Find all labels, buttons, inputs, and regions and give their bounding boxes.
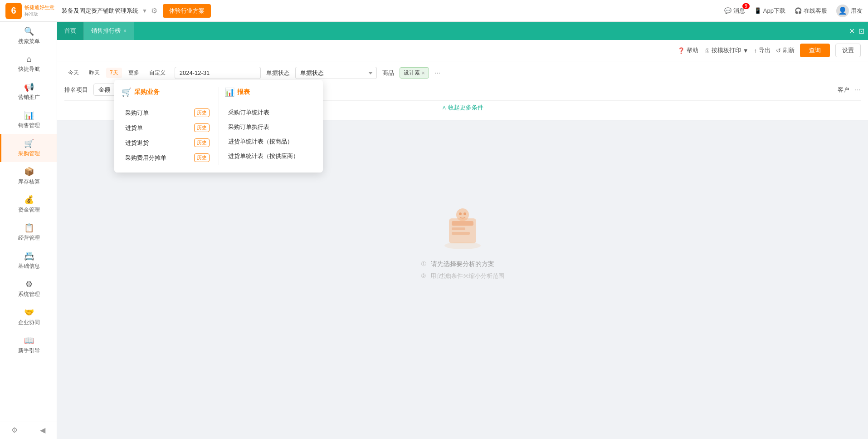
message-icon: 💬	[724, 7, 731, 14]
logo-line1: 畅捷通好生意	[24, 4, 54, 10]
industry-btn[interactable]: 体验行业方案	[163, 4, 211, 18]
sidebar-item-search[interactable]: 🔍 搜索菜单	[0, 22, 57, 50]
menu-item-badge: 历史	[194, 123, 210, 132]
home-icon: ⌂	[27, 54, 32, 64]
tab-bar: 首页 销售排行榜 × ✕ ⊡	[57, 22, 868, 40]
system-icon: ⚙	[25, 279, 33, 289]
top-bar: 6 畅捷通好生意 标准版 装备及固定资产辅助管理系统 ▼ ⚙ 体验行业方案 💬 …	[0, 0, 868, 22]
logo-area: 6 畅捷通好生意 标准版	[5, 3, 54, 19]
app-download-item[interactable]: 📱 App下载	[754, 7, 785, 15]
menu-item-purchase-return[interactable]: 进货退货 历史	[122, 135, 213, 150]
system-title: 装备及固定资产辅助管理系统	[62, 7, 138, 15]
main-layout: 🔍 搜索菜单 ⌂ 快捷导航 📢 营销推广 📊 销售管理 🛒 采购管理 📦	[0, 22, 868, 439]
print-btn[interactable]: 🖨 按模板打印 ▼	[704, 46, 749, 54]
sidebar-item-inventory[interactable]: 📦 库存核算	[0, 162, 57, 190]
goods-tag-text: 设计素	[404, 69, 420, 77]
date-btn-custom[interactable]: 自定义	[146, 68, 169, 78]
date-btn-yesterday[interactable]: 昨天	[85, 68, 103, 78]
refresh-icon: ↺	[776, 47, 781, 54]
menu-item-purchase-order[interactable]: 采购订单 历史	[122, 105, 213, 120]
date-btn-today[interactable]: 今天	[64, 68, 83, 78]
tab-restore-btn[interactable]: ⊡	[858, 27, 864, 35]
logo-icon: 6	[5, 3, 22, 19]
message-badge: 9	[742, 3, 750, 9]
menu-item-purchase-order-exec[interactable]: 采购订单执行表	[224, 120, 316, 134]
cooperation-icon: 🤝	[24, 307, 34, 317]
tab-close-icon[interactable]: ×	[123, 28, 127, 34]
logo-line2: 标准版	[24, 11, 54, 17]
inventory-icon: 📦	[24, 167, 34, 177]
filter-row-1: 今天 昨天 7天 更多 自定义 单据状态 单据状态	[64, 67, 861, 79]
query-btn[interactable]: 查询	[800, 44, 830, 57]
menu-item-badge: 历史	[194, 153, 210, 162]
settings-btn[interactable]: 设置	[835, 44, 861, 57]
goods-tag: 设计素 ×	[400, 67, 429, 79]
menu-item-purchase-expense[interactable]: 采购费用分摊单 历史	[122, 150, 213, 165]
sidebar: 🔍 搜索菜单 ⌂ 快捷导航 📢 营销推广 📊 销售管理 🛒 采购管理 📦	[0, 22, 57, 439]
logo-text-block: 畅捷通好生意 标准版	[24, 4, 54, 17]
menu-item-label: 进货退货	[125, 139, 149, 147]
menu-item-receipt-stat-goods[interactable]: 进货单统计表（按商品）	[224, 134, 316, 149]
goods-filter-more[interactable]: ···	[434, 69, 440, 77]
sidebar-item-finance[interactable]: 💰 资金管理	[0, 190, 57, 218]
guide-icon: 📖	[24, 335, 34, 345]
online-service-item[interactable]: 🎧 在线客服	[795, 7, 827, 15]
content-body: ❓ 帮助 🖨 按模板打印 ▼ ↑ 导出 ↺ 刷新	[57, 40, 868, 439]
sidebar-item-label: 营销推广	[18, 94, 40, 101]
collapse-icon: ∧	[442, 104, 447, 111]
empty-hint-1: ① 请先选择要分析的方案	[421, 260, 495, 268]
menu-item-receipt-stat-supplier[interactable]: 进货单统计表（按供应商）	[224, 149, 316, 163]
purchase-menu-icon: 🛒	[122, 87, 132, 97]
tab-home[interactable]: 首页	[57, 22, 84, 40]
menu-item-badge: 历史	[194, 109, 210, 117]
customer-filter-more[interactable]: ···	[855, 86, 861, 94]
tab-close-window-btn[interactable]: ✕	[849, 27, 855, 35]
search-icon: 🔍	[24, 26, 34, 36]
svg-point-7	[463, 212, 466, 215]
help-btn[interactable]: ❓ 帮助	[678, 46, 698, 54]
user-item[interactable]: 👤 用友	[836, 5, 863, 17]
sidebar-item-purchase[interactable]: 🛒 采购管理	[0, 134, 57, 162]
sidebar-settings-btn[interactable]: ⚙	[11, 426, 18, 434]
sidebar-item-quick-nav[interactable]: ⌂ 快捷导航	[0, 50, 57, 78]
settings-icon-btn[interactable]: ⚙	[151, 6, 157, 15]
date-range-input[interactable]	[175, 67, 261, 79]
sidebar-item-marketing[interactable]: 📢 营销推广	[0, 78, 57, 106]
sidebar-item-cooperation[interactable]: 🤝 企业协同	[0, 303, 57, 331]
refresh-btn[interactable]: ↺ 刷新	[776, 46, 795, 54]
empty-hint-2: ② 用[过滤]条件来缩小分析范围	[421, 272, 505, 280]
sidebar-item-guide[interactable]: 📖 新手引导	[0, 331, 57, 359]
sidebar-item-label: 库存核算	[18, 178, 40, 186]
status-select[interactable]: 单据状态	[295, 67, 377, 79]
sidebar-item-operations[interactable]: 📋 经营管理	[0, 218, 57, 247]
sidebar-item-label: 采购管理	[18, 150, 40, 158]
goods-tag-close[interactable]: ×	[422, 70, 425, 76]
print-label: 按模板打印	[712, 46, 741, 54]
date-btn-more[interactable]: 更多	[125, 68, 143, 78]
sidebar-item-basic-info[interactable]: 📇 基础信息	[0, 247, 57, 275]
refresh-label: 刷新	[783, 46, 795, 54]
sidebar-item-sales[interactable]: 📊 销售管理	[0, 106, 57, 134]
sales-icon: 📊	[24, 110, 34, 120]
purchase-icon: 🛒	[24, 138, 34, 148]
menu-item-purchase-order-stat[interactable]: 采购订单统计表	[224, 105, 316, 120]
export-btn[interactable]: ↑ 导出	[754, 46, 771, 54]
message-item[interactable]: 💬 消息 9	[724, 7, 745, 15]
sidebar-item-system[interactable]: ⚙ 系统管理	[0, 275, 57, 303]
print-dropdown-icon[interactable]: ▼	[743, 47, 749, 54]
marketing-icon: 📢	[24, 82, 34, 92]
content-area: 首页 销售排行榜 × ✕ ⊡ ❓ 帮助	[57, 22, 868, 439]
report-menu-icon: 📊	[224, 87, 234, 97]
avatar: 👤	[836, 5, 849, 17]
online-service-label: 在线客服	[804, 7, 827, 15]
basic-info-icon: 📇	[24, 251, 34, 261]
tab-sales-rank[interactable]: 销售排行榜 ×	[84, 22, 134, 40]
title-dropdown-icon[interactable]: ▼	[142, 8, 147, 14]
sidebar-collapse-btn[interactable]: ◀	[40, 426, 45, 434]
home-tab-label: 首页	[64, 27, 76, 35]
purchase-dropdown-menu: 🛒 采购业务 采购订单 历史 进货单 历史 进货退货	[114, 80, 323, 173]
sidebar-item-label: 新手引导	[18, 347, 40, 355]
menu-item-purchase-receipt[interactable]: 进货单 历史	[122, 120, 213, 135]
date-btn-7days[interactable]: 7天	[106, 68, 122, 78]
svg-rect-3	[452, 227, 465, 230]
